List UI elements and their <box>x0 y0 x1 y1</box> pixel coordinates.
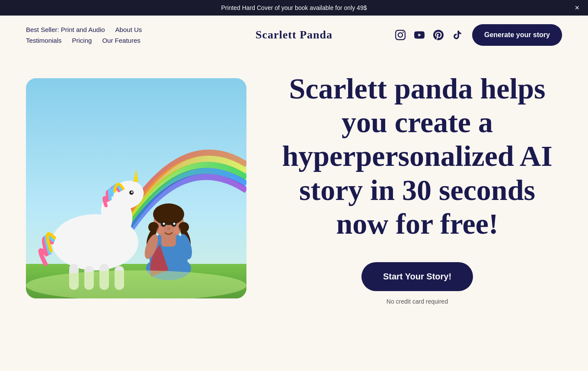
svg-point-24 <box>167 228 170 229</box>
youtube-icon[interactable] <box>413 29 425 41</box>
no-credit-card-text: No credit card required <box>387 298 448 305</box>
header: Best Seller: Print and Audio About Us Te… <box>0 16 588 54</box>
pinterest-icon[interactable] <box>432 29 444 41</box>
nav-best-seller[interactable]: Best Seller: Print and Audio <box>26 26 105 33</box>
announcement-bar: Printed Hard Cover of your book availabl… <box>0 0 588 16</box>
social-icons <box>394 29 463 41</box>
svg-point-8 <box>131 191 133 193</box>
svg-point-25 <box>157 227 163 234</box>
start-story-button[interactable]: Start Your Story! <box>361 262 473 291</box>
hero-section: Scarlett panda helps you create a hyperp… <box>0 54 588 331</box>
svg-point-21 <box>163 223 165 225</box>
nav-about-us[interactable]: About Us <box>115 26 142 33</box>
instagram-icon[interactable] <box>394 29 406 41</box>
hero-content: Scarlett panda helps you create a hyperp… <box>272 72 562 305</box>
nav-testimonials[interactable]: Testimonials <box>26 37 62 44</box>
svg-point-17 <box>153 203 184 225</box>
nav-pricing[interactable]: Pricing <box>72 37 92 44</box>
svg-point-26 <box>174 227 181 234</box>
hero-image <box>26 78 246 298</box>
nav-left: Best Seller: Print and Audio About Us Te… <box>26 26 156 44</box>
svg-point-23 <box>173 223 176 225</box>
nav-our-features[interactable]: Our Features <box>102 37 140 44</box>
announcement-text: Printed Hard Cover of your book availabl… <box>221 4 367 11</box>
site-logo[interactable]: Scarlett Panda <box>256 29 332 41</box>
announcement-close-button[interactable]: × <box>575 4 579 12</box>
tiktok-icon[interactable] <box>451 29 463 41</box>
generate-story-button[interactable]: Generate your story <box>472 24 562 46</box>
hero-title: Scarlett panda helps you create a hyperp… <box>272 72 562 241</box>
nav-right: Generate your story <box>394 24 562 46</box>
